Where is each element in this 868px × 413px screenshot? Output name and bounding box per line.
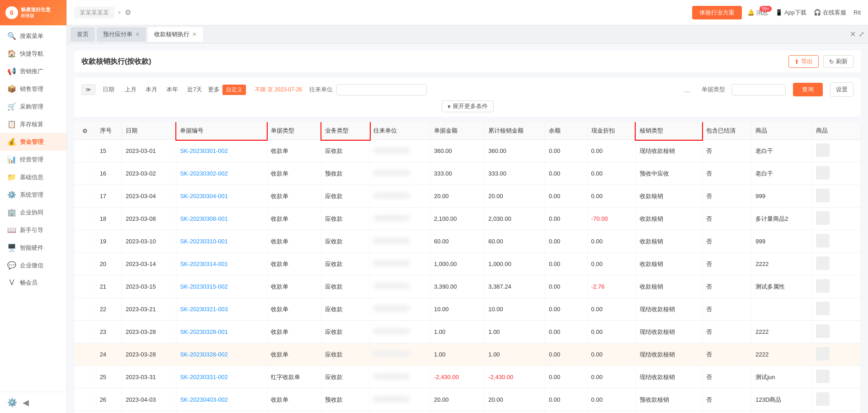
sidebar-item-basic-info[interactable]: 📁 基础信息 <box>0 168 66 186</box>
breadcrumb-arrow: ▾ <box>118 9 121 16</box>
td-voucher-type: 收款单 <box>267 411 321 413</box>
th-include-settled[interactable]: 包含已结清 <box>702 122 752 140</box>
voucher-link[interactable]: SK-20230331-002 <box>180 374 228 380</box>
date-custom-button[interactable]: 自定义 <box>222 85 246 95</box>
breadcrumb-item: 某某某某某 <box>74 7 114 19</box>
th-date[interactable]: 日期 <box>122 122 176 140</box>
sidebar-item-quick-nav[interactable]: 🏠 快捷导航 <box>0 45 66 62</box>
voucher-link[interactable]: SK-20230328-002 <box>180 351 228 358</box>
td-cash-discount: 0.00 <box>587 298 636 321</box>
purchase-icon: 🛒 <box>7 102 16 111</box>
sidebar-item-vip[interactable]: V 畅会员 <box>0 274 66 291</box>
td-voucher-type: 收款单 <box>267 140 321 162</box>
sidebar-item-smart-hw[interactable]: 🖥️ 智能硬件 <box>0 239 66 256</box>
tab-prepay-close-icon[interactable]: ✕ <box>135 31 140 38</box>
sidebar-item-finance[interactable]: 💰 资金管理 <box>0 133 66 151</box>
voucher-link[interactable]: SK-20230308-001 <box>180 215 228 222</box>
settings-bottom-icon[interactable]: ⚙️ <box>7 398 17 408</box>
voucher-type-select[interactable] <box>731 84 786 95</box>
th-counterpart[interactable]: 往来单位 <box>370 122 430 140</box>
th-cash-discount[interactable]: 现金折扣 <box>587 122 636 140</box>
date-7days[interactable]: 近7天 <box>184 84 205 95</box>
th-goods[interactable]: 商品 <box>752 122 812 140</box>
td-cumulative: 20.00 <box>485 389 545 411</box>
counterpart-input[interactable] <box>336 84 427 95</box>
voucher-link[interactable]: SK-20230310-001 <box>180 238 228 245</box>
query-button[interactable]: 查询 <box>793 83 823 96</box>
app-download-link[interactable]: 📱 App下载 <box>775 9 807 17</box>
th-goods2[interactable]: 商品 <box>812 122 860 140</box>
sidebar-item-sales[interactable]: 📦 销售管理 <box>0 80 66 98</box>
th-settings[interactable]: ⚙ <box>74 122 96 140</box>
td-goods2 <box>812 185 860 208</box>
sidebar-item-purchase[interactable]: 🛒 采购管理 <box>0 98 66 115</box>
voucher-link[interactable]: SK-20230301-002 <box>180 147 228 154</box>
sidebar-item-system[interactable]: ⚙️ 系统管理 <box>0 186 66 204</box>
date-last-month[interactable]: 上月 <box>122 84 140 95</box>
expand-more-button[interactable]: ▾ 展开更多条件 <box>442 100 494 112</box>
notification-bell[interactable]: 🔔 消息 99+ <box>747 9 768 17</box>
th-biz-type[interactable]: 业务类型 <box>321 122 370 140</box>
td-voucher-no: SK-20230315-002 <box>176 275 267 298</box>
td-goods2 <box>812 275 860 298</box>
sidebar-item-search[interactable]: 🔍 搜索菜单 <box>0 27 66 45</box>
date-this-year[interactable]: 本年 <box>163 84 181 95</box>
th-cumulative[interactable]: 累计核销金额 <box>485 122 545 140</box>
filter-expand-button[interactable]: ≫ <box>81 84 95 95</box>
td-checkbox <box>74 321 96 343</box>
sidebar-item-marketing[interactable]: 📢 营销推广 <box>0 62 66 80</box>
tab-prepay-order[interactable]: 预付应付单 ✕ <box>97 27 146 42</box>
date-this-month[interactable]: 本月 <box>142 84 160 95</box>
sidebar-item-corp-wechat[interactable]: 💬 企业微信 <box>0 256 66 274</box>
refresh-button[interactable]: ↻ 刷新 <box>823 55 854 68</box>
voucher-link[interactable]: SK-20230315-002 <box>180 283 228 290</box>
th-voucher-no[interactable]: 单据编号 <box>176 122 267 140</box>
inventory-icon: 📋 <box>7 120 16 128</box>
online-support-link[interactable]: 🎧 在线客服 <box>814 9 846 17</box>
voucher-link[interactable]: SK-20230302-002 <box>180 170 228 177</box>
voucher-link[interactable]: SK-20230321-003 <box>180 306 228 313</box>
th-amount[interactable]: 单据金额 <box>430 122 484 140</box>
data-table: ⚙ 序号 日期 单据编号 单据类型 业务类型 往来单位 单据金额 累计核销金额 … <box>74 122 861 413</box>
setting-button[interactable]: 设置 <box>830 82 854 97</box>
user-avatar[interactable]: Rit <box>854 9 861 16</box>
td-verify-type: 预收中应收 <box>636 162 702 185</box>
maximize-window-icon[interactable]: ⤢ <box>859 30 864 38</box>
td-voucher-no: SK-20230403-002 <box>176 389 267 411</box>
more-filters-dots[interactable]: ... <box>684 85 691 95</box>
th-verify-type[interactable]: 核销类型 <box>636 122 702 140</box>
voucher-link[interactable]: SK-20230314-001 <box>180 261 228 267</box>
tab-home[interactable]: 首页 <box>71 27 95 42</box>
solution-button[interactable]: 体验行业方案 <box>692 6 742 19</box>
td-cash-discount: 0.00 <box>587 411 636 413</box>
filter-bar: ≫ 日期 上月 本月 本年 近7天 更多 自定义 不限 至 2023-07-26… <box>74 78 861 117</box>
td-date: 2023-04-08 <box>122 411 176 413</box>
th-balance[interactable]: 余额 <box>545 122 588 140</box>
td-include-settled: 否 <box>702 162 752 185</box>
settings-gear-icon[interactable]: ⚙ <box>125 8 131 17</box>
td-goods: 老白干 <box>752 140 812 162</box>
td-verify-type: 现结收款核销 <box>636 411 702 413</box>
td-biz-type: 应收款 <box>321 185 370 208</box>
tab-home-label: 首页 <box>77 30 89 38</box>
sidebar-item-operations[interactable]: 📊 经营管理 <box>0 151 66 168</box>
voucher-link[interactable]: SK-20230403-002 <box>180 396 228 403</box>
date-more[interactable]: 更多 <box>208 85 220 94</box>
tab-receipt-verify[interactable]: 收款核销执行 ✕ <box>148 27 203 42</box>
th-voucher-type[interactable]: 单据类型 <box>267 122 321 140</box>
tab-receipt-close-icon[interactable]: ✕ <box>192 31 197 38</box>
sidebar-item-guide[interactable]: 📖 新手引导 <box>0 221 66 239</box>
window-buttons: ✕ ⤢ <box>850 30 864 38</box>
td-amount: 60.00 <box>430 230 484 253</box>
sidebar-item-enterprise[interactable]: 🏢 企业协同 <box>0 204 66 221</box>
td-balance: 0.00 <box>545 389 588 411</box>
export-button[interactable]: ⬆ 导出 <box>788 55 819 68</box>
guide-icon: 📖 <box>7 226 16 234</box>
voucher-link[interactable]: SK-20230304-001 <box>180 193 228 199</box>
finance-icon: 💰 <box>7 138 16 146</box>
td-biz-type: 应收款 <box>321 253 370 275</box>
voucher-link[interactable]: SK-20230328-001 <box>180 328 228 335</box>
sidebar-item-inventory[interactable]: 📋 库存核算 <box>0 115 66 133</box>
collapse-icon[interactable]: ◀ <box>23 398 29 408</box>
close-window-icon[interactable]: ✕ <box>850 30 856 38</box>
